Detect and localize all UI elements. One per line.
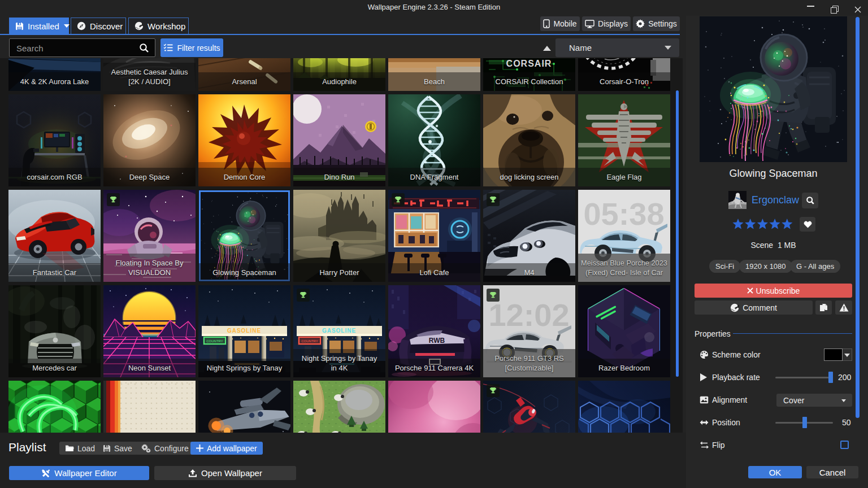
svg-text:CORSAIR: CORSAIR <box>506 59 552 68</box>
svg-text:RWB: RWB <box>429 337 445 345</box>
svg-text:12:02: 12:02 <box>488 297 569 333</box>
svg-text:05:38: 05:38 <box>583 196 664 232</box>
svg-text:GASOLINE: GASOLINE <box>227 328 261 334</box>
svg-text:GASOLINE: GASOLINE <box>322 328 356 334</box>
